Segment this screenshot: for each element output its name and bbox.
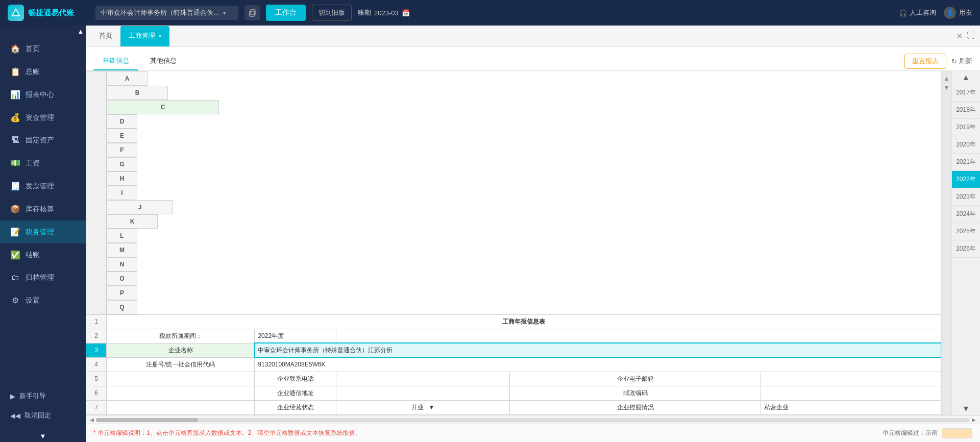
copy-button[interactable] xyxy=(244,5,260,20)
cell-5-label[interactable]: 企业联系电话 xyxy=(255,372,336,386)
year-item-2017[interactable]: 2017年 xyxy=(952,84,980,102)
cell-4-c[interactable]: 91320100MA208E5W6K xyxy=(255,357,941,372)
cell-5-j[interactable]: 企业电子邮箱 xyxy=(510,372,761,386)
tab-close-icon[interactable]: × xyxy=(158,33,161,39)
cell-1-title[interactable]: 工商年报信息表 xyxy=(107,314,941,329)
scroll-track[interactable] xyxy=(96,418,970,422)
calendar-icon[interactable]: 📅 xyxy=(402,9,410,17)
year-item-2021[interactable]: 2021年 xyxy=(952,154,980,171)
sidebar-bottom: ▶ 新手引导 ◀◀ 取消固定 xyxy=(0,381,86,430)
user-area[interactable]: 👤 用友 xyxy=(944,7,972,19)
col-header-o: O xyxy=(107,272,137,286)
cell-4-ab[interactable]: 注册号/统一社会信用代码 xyxy=(107,357,255,372)
year-item-2025[interactable]: 2025年 xyxy=(952,223,980,240)
cell-6-k[interactable] xyxy=(761,386,941,400)
service-button[interactable]: 🎧 人工咨询 xyxy=(899,8,936,17)
sidebar-item-report[interactable]: 📊 报表中心 xyxy=(0,83,86,106)
cell-8-val[interactable]: 审查企业会计报表；出具审计报告；验证企业资本；出具验资报告；办理企业合开、分立、… xyxy=(336,414,941,415)
period-area: 账期 2023-03 📅 xyxy=(358,8,410,17)
tab-expand-icon[interactable]: ⛶ xyxy=(967,31,975,41)
cell-7-label[interactable]: 企业经营状态 xyxy=(255,400,336,414)
sidebar-item-close[interactable]: ✅ 结账 xyxy=(0,243,86,266)
home-icon: 🏠 xyxy=(10,44,20,54)
sidebar-scroll-up[interactable]: ▲ xyxy=(76,26,86,37)
sidebar-item-unpin[interactable]: ◀◀ 取消固定 xyxy=(0,406,86,425)
sidebar-item-salary[interactable]: 💵 工资 xyxy=(0,152,86,175)
tab-home-label: 首页 xyxy=(99,31,112,40)
year-item-2023[interactable]: 2023年 xyxy=(952,188,980,206)
cell-8-label[interactable]: 主营业务活动 xyxy=(255,414,336,415)
sidebar-item-ledger[interactable]: 📋 总账 xyxy=(0,60,86,83)
sidebar: ▲ 🏠 首页 📋 总账 📊 报表中心 💰 资金管理 🏗 固定资产 xyxy=(0,26,86,442)
tab-home[interactable]: 首页 xyxy=(91,26,120,46)
tab-commerce[interactable]: 工商管理 × xyxy=(120,26,169,46)
cell-3-ab[interactable]: 企业名称 xyxy=(107,343,255,357)
row-num-4: 4 xyxy=(86,357,107,372)
invoice-icon: 🧾 xyxy=(10,181,20,191)
col-header-row: A B C D E F G H I J K L xyxy=(86,71,941,315)
sidebar-item-assets[interactable]: 🏗 固定资产 xyxy=(0,129,86,152)
cell-6-label[interactable]: 企业通信地址 xyxy=(255,386,336,400)
sidebar-item-label: 固定资产 xyxy=(26,136,54,145)
year-scroll-up-button[interactable]: ▲ xyxy=(952,71,980,84)
col-header-k: K xyxy=(107,214,158,229)
old-version-button[interactable]: 切到旧版 xyxy=(312,5,352,21)
table-row: 3 企业名称 中审众环会计师事务所（特殊普通合伙）江苏分所 xyxy=(86,343,941,357)
archive-icon: 🗂 xyxy=(10,273,20,282)
reset-report-button[interactable]: 重置报表 xyxy=(904,54,946,69)
spreadsheet-container[interactable]: A B C D E F G H I J K L xyxy=(86,71,941,415)
spreadsheet-wrapper: A B C D E F G H I J K L xyxy=(86,71,980,415)
sidebar-scroll-down[interactable]: ▼ xyxy=(0,430,86,442)
row-num-3: 3 xyxy=(86,343,107,357)
sidebar-item-funds[interactable]: 💰 资金管理 xyxy=(0,106,86,129)
company-selector[interactable]: 中审众环会计师事务所（特殊普通合伙... ▼ xyxy=(95,6,238,20)
cell-5-k[interactable] xyxy=(761,372,941,386)
year-item-2018[interactable]: 2018年 xyxy=(952,102,980,119)
headset-icon: 🎧 xyxy=(899,9,907,17)
year-item-2026[interactable]: 2026年 xyxy=(952,240,980,258)
period-label: 账期 xyxy=(358,8,371,17)
cell-5-val[interactable] xyxy=(336,372,510,386)
cell-7-status[interactable]: 开业 ▼ xyxy=(336,400,510,414)
sidebar-item-home[interactable]: 🏠 首页 xyxy=(0,37,86,60)
cell-6-val[interactable] xyxy=(336,386,510,400)
guide-label: 新手引导 xyxy=(19,391,46,401)
sub-tab-basic[interactable]: 基础信息 xyxy=(93,52,138,70)
sidebar-item-tax[interactable]: 📝 税务管理 xyxy=(0,220,86,243)
cell-6-j[interactable]: 邮政编码 xyxy=(510,386,761,400)
scroll-left-arrow[interactable]: ◀ xyxy=(88,417,96,423)
cell-7-j[interactable]: 企业控股情况 xyxy=(510,400,761,414)
table-row: 8 主营业务活动 审查企业会计报表；出具审计报告；验证企业资本；出具验资报告；办… xyxy=(86,414,941,415)
sidebar-item-inventory[interactable]: 📦 库存核算 xyxy=(0,198,86,220)
col-header-e: E xyxy=(107,129,137,143)
sidebar-item-guide[interactable]: ▶ 新手引导 xyxy=(0,386,86,406)
year-item-2019[interactable]: 2019年 xyxy=(952,119,980,136)
cell-2-c[interactable]: 2022年度 xyxy=(255,329,336,343)
year-item-2024[interactable]: 2024年 xyxy=(952,206,980,223)
cell-2-a[interactable]: 税款所属期间： xyxy=(107,329,255,343)
col-header-c: C xyxy=(107,100,219,114)
sub-tab-other[interactable]: 其他信息 xyxy=(141,52,186,70)
workbench-button[interactable]: 工作台 xyxy=(266,5,306,21)
horizontal-scrollbar[interactable]: ◀ ▶ xyxy=(86,415,980,424)
collapse-up-icon: ▲ xyxy=(944,75,950,82)
sidebar-item-archive[interactable]: 🗂 归档管理 xyxy=(0,266,86,289)
cell-3-c[interactable]: 中审众环会计师事务所（特殊普通合伙）江苏分所 xyxy=(255,343,941,357)
cell-7-k[interactable]: 私营企业 xyxy=(761,400,941,414)
tab-close-all-icon[interactable]: ✕ xyxy=(956,31,963,41)
report-icon: 📊 xyxy=(10,90,20,100)
scroll-thumb[interactable] xyxy=(96,418,198,422)
funds-icon: 💰 xyxy=(10,113,20,122)
year-item-2022[interactable]: 2022年 xyxy=(952,171,980,188)
scroll-right-arrow[interactable]: ▶ xyxy=(970,417,978,423)
header-right: 🎧 人工咨询 👤 用友 xyxy=(899,7,972,19)
collapse-panel[interactable]: ▲ ▼ xyxy=(941,71,951,415)
refresh-button[interactable]: ↻ 刷新 xyxy=(951,57,972,66)
col-header-q: Q xyxy=(107,300,137,314)
col-header-h: H xyxy=(107,171,137,186)
logo-text: 畅捷通易代账 xyxy=(28,8,74,18)
year-item-2020[interactable]: 2020年 xyxy=(952,136,980,154)
sidebar-item-invoice[interactable]: 🧾 发票管理 xyxy=(0,175,86,198)
year-scroll-down-button[interactable]: ▼ xyxy=(952,402,980,415)
sidebar-item-settings[interactable]: ⚙ 设置 xyxy=(0,289,86,312)
